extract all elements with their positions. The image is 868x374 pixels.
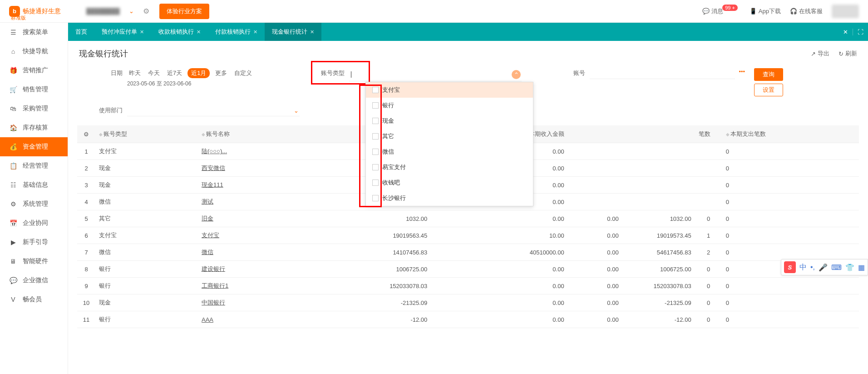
checkbox[interactable] [372, 118, 379, 124]
account-no-input[interactable] [590, 68, 735, 79]
customer-service-button[interactable]: 🎧 在线客服 [790, 7, 823, 15]
sidebar-item-10[interactable]: 📅企业协同 [0, 214, 68, 233]
sidebar-item-5[interactable]: 🏠库存核算 [0, 118, 68, 137]
cell-type: 微信 [95, 194, 198, 210]
tab-3[interactable]: 付款核销执行✕ [208, 23, 265, 41]
checkbox[interactable] [372, 180, 379, 186]
ime-toolbox-icon[interactable]: ▦ [858, 263, 865, 272]
ime-mic-icon[interactable]: 🎤 [819, 263, 828, 272]
sidebar-item-12[interactable]: 🖥智能硬件 [0, 252, 68, 271]
dropdown-option[interactable]: 现金 [366, 113, 533, 129]
tab-4[interactable]: 现金银行统计✕ [265, 23, 321, 41]
app-download-button[interactable]: 📱 App下载 [750, 7, 781, 15]
date-preset[interactable]: 今天 [146, 68, 162, 78]
date-preset[interactable]: 自定义 [232, 68, 254, 78]
close-all-tabs-button[interactable]: ✕ [838, 29, 853, 35]
date-preset[interactable]: 更多 [213, 68, 229, 78]
settings-icon[interactable]: ⚙ [143, 7, 149, 15]
dept-select[interactable]: ⌄ [127, 105, 300, 116]
org-selector[interactable]: ████████ ⌄ [82, 8, 138, 15]
checkbox[interactable] [372, 87, 379, 93]
account-type-input[interactable]: ⌃ [349, 68, 522, 81]
tab-close-icon[interactable]: ✕ [140, 29, 144, 35]
sidebar-item-11[interactable]: ▶新手引导 [0, 233, 68, 252]
logo[interactable]: b 畅捷通好生意 标准版 [9, 6, 68, 17]
ime-keyboard-icon[interactable]: ⌨ [831, 263, 842, 272]
account-link[interactable]: 建设银行 [202, 265, 225, 272]
dropdown-option[interactable]: 微信 [366, 144, 533, 160]
column-settings[interactable]: ⚙ [77, 125, 95, 143]
account-link[interactable]: 西安微信 [202, 165, 225, 171]
checkbox[interactable] [372, 195, 379, 201]
refresh-button[interactable]: ↻ 刷新 [838, 50, 857, 58]
sidebar-icon: ⌂ [9, 47, 17, 55]
date-preset[interactable]: 近1月 [187, 68, 210, 78]
sidebar-item-2[interactable]: 🎁营销推广 [0, 61, 68, 80]
query-button[interactable]: 查询 [754, 68, 783, 81]
collapse-icon[interactable]: ⌃ [512, 70, 521, 79]
account-link[interactable]: 微信 [202, 249, 213, 255]
cell-type: 银行 [95, 311, 198, 328]
account-link[interactable]: 旧金 [202, 215, 213, 222]
export-button[interactable]: ↗ 导出 [811, 50, 829, 58]
ime-skin-icon[interactable]: 👕 [845, 263, 854, 272]
ime-toolbar[interactable]: S 中 •, 🎤 ⌨ 👕 ▦ [781, 259, 868, 275]
sidebar-item-1[interactable]: ⌂快捷导航 [0, 42, 68, 61]
ime-punct-icon[interactable]: •, [810, 263, 815, 271]
cell-prev: 14107456.83 [301, 244, 431, 261]
sidebar-item-13[interactable]: 💬企业微信 [0, 271, 68, 290]
col-count[interactable]: 笔数 [695, 125, 722, 143]
sidebar-item-14[interactable]: V畅会员 [0, 290, 68, 309]
tab-0[interactable]: 首页 [68, 23, 94, 41]
cell-income: 0.00 [431, 294, 567, 311]
table-row: 10 现金 中国银行 -21325.09 0.00 0.00 -21325.09… [77, 294, 859, 311]
settings-button[interactable]: 设置 [754, 84, 783, 96]
account-link[interactable]: AAA [202, 316, 213, 323]
col-account-name[interactable]: ◆账号名称 [198, 125, 301, 143]
sidebar-label: 企业协同 [23, 219, 48, 227]
dropdown-option[interactable]: 支付宝 [366, 82, 533, 98]
sidebar-item-9[interactable]: ⚙系统管理 [0, 194, 68, 214]
tab-close-icon[interactable]: ✕ [197, 29, 201, 35]
account-link[interactable]: 支付宝 [202, 232, 219, 239]
cell-name: 西安微信 [198, 160, 301, 177]
dropdown-option[interactable]: 长沙银行 [366, 190, 533, 206]
dropdown-option[interactable]: 收钱吧 [366, 175, 533, 190]
cell-type: 现金 [95, 160, 198, 177]
trial-button[interactable]: 体验行业方案 [159, 4, 209, 19]
tab-close-icon[interactable]: ✕ [310, 29, 314, 35]
sidebar-item-3[interactable]: 🛒销售管理 [0, 80, 68, 99]
date-preset[interactable]: 近7天 [165, 68, 184, 78]
messages-button[interactable]: 💬 消息 99 + [702, 7, 740, 15]
tab-1[interactable]: 预付冲应付单✕ [94, 23, 151, 41]
checkbox[interactable] [372, 149, 379, 155]
fullscreen-button[interactable]: ⛶ [853, 29, 868, 35]
more-button[interactable]: ••• [739, 68, 745, 75]
date-preset[interactable]: 昨天 [127, 68, 143, 78]
date-filter: 日期 昨天今天近7天近1月更多自定义 2023-05-06 至 2023-06-… [95, 68, 254, 88]
checkbox[interactable] [372, 102, 379, 109]
account-link[interactable]: 中国银行 [202, 299, 225, 306]
dropdown-option[interactable]: 银行 [366, 98, 533, 113]
tab-close-icon[interactable]: ✕ [253, 29, 257, 35]
sidebar-item-8[interactable]: ☷基础信息 [0, 175, 68, 194]
col-account-type[interactable]: ◆账号类型 [95, 125, 198, 143]
option-label: 易宝支付 [382, 163, 406, 171]
dropdown-option[interactable]: 易宝支付 [366, 160, 533, 175]
sidebar-item-0[interactable]: ☰搜索菜单 [0, 23, 68, 42]
account-link[interactable]: 测试 [202, 198, 213, 205]
ime-lang[interactable]: 中 [799, 263, 807, 272]
sidebar-item-4[interactable]: 🛍采购管理 [0, 99, 68, 118]
dropdown-option[interactable]: 其它 [366, 129, 533, 144]
account-link[interactable]: 工商银行1 [202, 282, 228, 289]
sidebar-item-7[interactable]: 📋经营管理 [0, 156, 68, 175]
user-avatar[interactable] [832, 5, 859, 18]
checkbox[interactable] [372, 133, 379, 140]
col-out-count[interactable]: ◆本期支出笔数 [722, 125, 859, 143]
sidebar-label: 搜索菜单 [23, 28, 48, 36]
account-link[interactable]: 现金111 [202, 181, 223, 188]
account-link[interactable]: 陆(○○○)... [202, 148, 227, 155]
tab-2[interactable]: 收款核销执行✕ [151, 23, 208, 41]
sidebar-item-6[interactable]: 💰资金管理 [0, 137, 68, 156]
checkbox[interactable] [372, 164, 379, 170]
